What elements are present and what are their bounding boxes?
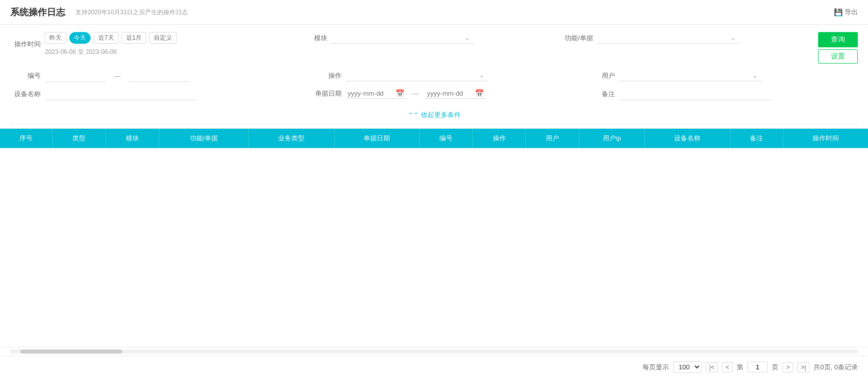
col-remark: 备注 [730, 129, 783, 148]
time-filter-group: 昨天 今天 近7天 近1月 自定义 [45, 32, 177, 44]
number-label: 编号 [10, 71, 41, 80]
filter-row-2: 编号 — 操作 ⌄ 用户 ⌄ [10, 70, 858, 82]
col-seq: 序号 [0, 129, 52, 148]
calendar-to-icon[interactable]: 📅 [475, 89, 484, 97]
function-filter-cell: 功能/单据 ⌄ [557, 32, 818, 44]
collapse-bar: ⌃⌃ 收起更多条件 [10, 106, 858, 124]
collapse-chevron-icon: ⌃⌃ [408, 111, 419, 119]
remark-input[interactable] [619, 88, 772, 100]
col-user-ip: 用户ip [579, 129, 645, 148]
number-range-wrap: — [45, 70, 190, 82]
time-filter-cell: 操作时间 昨天 今天 近7天 近1月 自定义 2023-06-06 至 2023… [10, 32, 297, 56]
module-chevron-icon: ⌄ [465, 34, 470, 41]
user-dropdown[interactable]: ⌄ [619, 70, 762, 81]
time-btn-1month[interactable]: 近1月 [122, 32, 147, 44]
user-filter-cell: 用户 ⌄ [584, 70, 858, 81]
col-number: 编号 [419, 129, 472, 148]
table-header-row: 序号 类型 模块 功能/单据 业务类型 单据日期 编号 操作 用户 用户ip 设… [0, 129, 868, 148]
page-subtitle: 支持2020年10月31日之后产生的操作日志 [75, 8, 188, 17]
page-unit: 页 [772, 363, 778, 372]
number-dash: — [114, 72, 121, 80]
function-label: 功能/单据 [557, 34, 593, 43]
time-btn-7days[interactable]: 近7天 [94, 32, 119, 44]
query-button[interactable]: 查询 [818, 32, 858, 47]
data-table: 序号 类型 模块 功能/单据 业务类型 单据日期 编号 操作 用户 用户ip 设… [0, 129, 868, 290]
device-input[interactable] [45, 88, 198, 100]
first-page-button[interactable]: |< [706, 362, 718, 372]
table-header: 序号 类型 模块 功能/单据 业务类型 单据日期 编号 操作 用户 用户ip 设… [0, 129, 868, 148]
empty-cell [0, 148, 868, 290]
col-biz-type: 业务类型 [249, 129, 334, 148]
page-title: 系统操作日志 [10, 6, 65, 18]
operation-label: 操作 [311, 71, 342, 80]
remark-label: 备注 [584, 90, 615, 99]
number-from-input[interactable] [45, 70, 106, 82]
table-body [0, 148, 868, 290]
time-btn-today[interactable]: 今天 [69, 32, 91, 44]
page-size-select[interactable]: 100 50 200 [673, 361, 702, 373]
calendar-from-icon[interactable]: 📅 [396, 89, 404, 97]
action-buttons: 查询 设置 [818, 32, 858, 64]
prev-page-button[interactable]: < [722, 362, 733, 372]
number-to-input[interactable] [129, 70, 190, 82]
col-type: 类型 [52, 129, 105, 148]
module-dropdown[interactable]: ⌄ [331, 32, 474, 44]
filter-row-1: 操作时间 昨天 今天 近7天 近1月 自定义 2023-06-06 至 2023… [10, 32, 858, 64]
col-op-time: 操作时间 [783, 129, 868, 148]
collapse-label: 收起更多条件 [421, 110, 461, 120]
per-page-label: 每页显示 [642, 363, 669, 372]
page-header: 系统操作日志 支持2020年10月31日之后产生的操作日志 💾 导出 [0, 0, 868, 25]
last-page-button[interactable]: >| [797, 362, 809, 372]
empty-row [0, 148, 868, 290]
user-label: 用户 [584, 71, 615, 80]
operation-chevron-icon: ⌄ [479, 72, 484, 79]
module-label: 模块 [297, 34, 327, 43]
pagination-bar: 每页显示 100 50 200 |< < 第 页 > >| 共0页, 0条记录 [0, 356, 868, 378]
date-to-input[interactable] [427, 90, 473, 97]
export-icon: 💾 [834, 8, 843, 16]
module-filter-cell: 模块 ⌄ [297, 32, 557, 44]
settings-button[interactable]: 设置 [818, 49, 858, 64]
scrollbar-track [10, 350, 858, 354]
table-container: 序号 类型 模块 功能/单据 业务类型 单据日期 编号 操作 用户 用户ip 设… [0, 129, 868, 347]
export-label: 导出 [845, 8, 858, 17]
voucher-date-label: 单据日期 [311, 89, 342, 98]
remark-filter-cell: 备注 [584, 88, 858, 100]
col-voucher-date: 单据日期 [334, 129, 419, 148]
number-filter-cell: 编号 — [10, 70, 311, 82]
device-filter-cell: 设备名称 [10, 88, 311, 100]
date-to-wrap: 📅 [425, 88, 486, 99]
time-btn-yesterday[interactable]: 昨天 [45, 32, 66, 44]
filter-row-3: 设备名称 单据日期 📅 — 📅 [10, 88, 858, 100]
date-dash: — [412, 90, 419, 97]
page-label: 第 [737, 363, 743, 372]
date-from-input[interactable] [348, 90, 394, 97]
scrollbar-area [0, 347, 868, 356]
voucher-date-filter-cell: 单据日期 📅 — 📅 [311, 88, 584, 99]
operation-dropdown[interactable]: ⌄ [346, 70, 488, 81]
col-device: 设备名称 [645, 129, 730, 148]
device-label: 设备名称 [10, 90, 41, 99]
page-number-input[interactable] [747, 362, 768, 372]
col-module: 模块 [106, 129, 159, 148]
function-dropdown[interactable]: ⌄ [597, 32, 740, 44]
time-btn-custom[interactable]: 自定义 [149, 32, 177, 44]
user-chevron-icon: ⌄ [752, 72, 758, 79]
next-page-button[interactable]: > [782, 362, 793, 372]
operation-filter-cell: 操作 ⌄ [311, 70, 584, 81]
page-container: 系统操作日志 支持2020年10月31日之后产生的操作日志 💾 导出 操作时间 … [0, 0, 868, 378]
date-from-wrap: 📅 [346, 88, 406, 99]
total-info: 共0页, 0条记录 [814, 363, 858, 372]
col-operation: 操作 [472, 129, 525, 148]
export-button[interactable]: 💾 导出 [834, 8, 858, 17]
time-label: 操作时间 [10, 40, 41, 49]
filter-section: 操作时间 昨天 今天 近7天 近1月 自定义 2023-06-06 至 2023… [0, 25, 868, 129]
function-chevron-icon: ⌄ [731, 34, 736, 41]
collapse-button[interactable]: ⌃⌃ 收起更多条件 [408, 110, 461, 120]
col-user: 用户 [526, 129, 579, 148]
time-range: 2023-06-06 至 2023-06-06 [45, 48, 177, 56]
col-function: 功能/单据 [159, 129, 248, 148]
scrollbar-thumb[interactable] [20, 350, 122, 354]
